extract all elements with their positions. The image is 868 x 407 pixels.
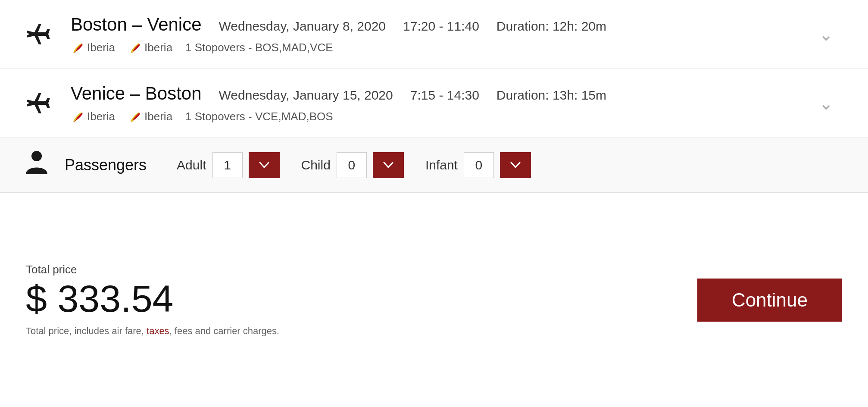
price-row: Total price $ 333.54 Total price, includ… bbox=[0, 193, 868, 407]
child-group: Child 0 bbox=[301, 152, 404, 178]
flight-1-left: Boston – Venice Wednesday, January 8, 20… bbox=[26, 14, 810, 54]
flight-2-stopovers: 1 Stopovers - VCE,MAD,BOS bbox=[185, 110, 333, 123]
flight-2-time: 7:15 - 14:30 bbox=[410, 88, 479, 103]
flight-2-sub-line: Iberia Iberia 1 Stopovers - VCE,MAD,BOS bbox=[71, 110, 606, 123]
flight-1-airline-1-label: Iberia bbox=[87, 41, 115, 54]
passengers-row: Passengers Adult 1 Child 0 Infant 0 bbox=[0, 138, 868, 193]
child-dropdown-button[interactable] bbox=[373, 152, 404, 178]
price-section: Total price $ 333.54 Total price, includ… bbox=[26, 263, 279, 337]
flight-1-stopovers: 1 Stopovers - BOS,MAD,VCE bbox=[185, 41, 333, 54]
adult-label: Adult bbox=[177, 158, 206, 172]
passengers-label: Passengers bbox=[65, 156, 147, 174]
flight-2-main-line: Venice – Boston Wednesday, January 15, 2… bbox=[71, 83, 606, 104]
flight-1-route: Boston – Venice bbox=[71, 14, 202, 35]
flight-2-airline-1-label: Iberia bbox=[87, 110, 115, 123]
flight-1-details: Boston – Venice Wednesday, January 8, 20… bbox=[71, 14, 606, 54]
flight-2-left: Venice – Boston Wednesday, January 15, 2… bbox=[26, 83, 810, 123]
flight-1-duration: Duration: 12h: 20m bbox=[496, 19, 606, 34]
flight-1-main-line: Boston – Venice Wednesday, January 8, 20… bbox=[71, 14, 606, 35]
flight-2-expand-icon[interactable]: ⌄ bbox=[810, 89, 842, 118]
adult-dropdown-button[interactable] bbox=[249, 152, 280, 178]
price-note-before: Total price, includes air fare, bbox=[26, 326, 147, 336]
total-price-label: Total price bbox=[26, 263, 279, 276]
flight-row-1: Boston – Venice Wednesday, January 8, 20… bbox=[0, 0, 868, 69]
price-note: Total price, includes air fare, taxes, f… bbox=[26, 326, 279, 337]
infant-dropdown-button[interactable] bbox=[500, 152, 531, 178]
taxes-link[interactable]: taxes bbox=[147, 326, 169, 336]
price-note-after: , fees and carrier charges. bbox=[169, 326, 280, 336]
flight-1-date: Wednesday, January 8, 2020 bbox=[219, 19, 386, 34]
adult-count: 1 bbox=[212, 152, 243, 178]
flight-1-airline-2: Iberia bbox=[128, 41, 172, 54]
adult-group: Adult 1 bbox=[177, 152, 279, 178]
flight-2-airline-2: Iberia bbox=[128, 110, 172, 123]
flight-2-airline-1: Iberia bbox=[71, 110, 115, 123]
flight-2-details: Venice – Boston Wednesday, January 15, 2… bbox=[71, 83, 606, 123]
child-count: 0 bbox=[337, 152, 367, 178]
flight-1-expand-icon[interactable]: ⌄ bbox=[810, 20, 842, 49]
infant-group: Infant 0 bbox=[425, 152, 531, 178]
flight-1-airline-2-label: Iberia bbox=[144, 41, 172, 54]
flight-2-date: Wednesday, January 15, 2020 bbox=[219, 88, 393, 103]
passengers-person-icon bbox=[26, 150, 47, 180]
flight-2-airline-2-label: Iberia bbox=[144, 110, 172, 123]
total-price-amount: $ 333.54 bbox=[26, 280, 279, 318]
plane-icon-1 bbox=[26, 21, 57, 48]
infant-label: Infant bbox=[425, 158, 458, 172]
infant-count: 0 bbox=[464, 152, 494, 178]
plane-icon-2 bbox=[26, 90, 57, 117]
flight-1-airline-1: Iberia bbox=[71, 41, 115, 54]
flight-2-duration: Duration: 13h: 15m bbox=[496, 88, 606, 103]
flight-1-time: 17:20 - 11:40 bbox=[403, 19, 479, 34]
flight-row-2: Venice – Boston Wednesday, January 15, 2… bbox=[0, 69, 868, 138]
continue-button[interactable]: Continue bbox=[697, 279, 842, 322]
child-label: Child bbox=[301, 158, 331, 172]
flight-2-route: Venice – Boston bbox=[71, 83, 202, 104]
svg-point-0 bbox=[31, 151, 42, 161]
flight-1-sub-line: Iberia Iberia 1 Stopovers - BOS,MAD,VCE bbox=[71, 41, 606, 54]
